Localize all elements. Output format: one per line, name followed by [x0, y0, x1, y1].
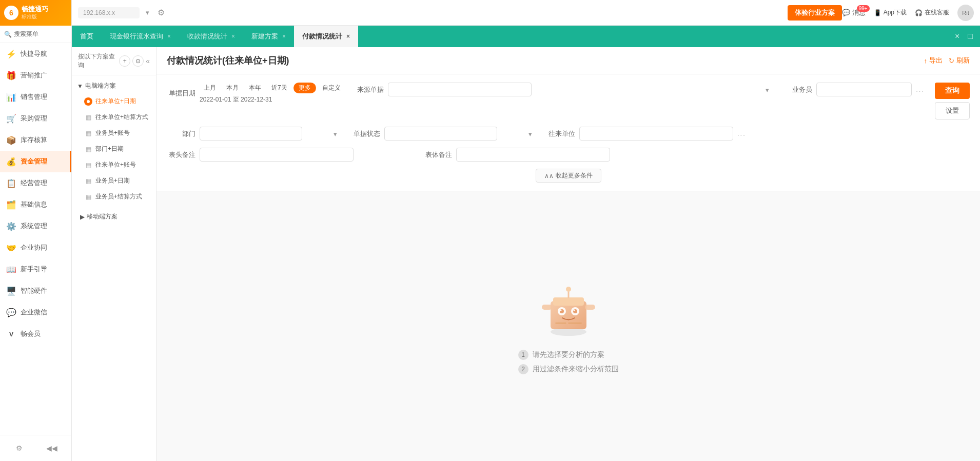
date-opt-7days[interactable]: 近7天: [267, 83, 291, 93]
address-display: 192.168.x.x: [78, 7, 140, 18]
sidebar-item-cooperation[interactable]: 🤝 企业协同: [0, 237, 71, 258]
sidebar-item-basic[interactable]: 🗂️ 基础信息: [0, 194, 71, 215]
content-area: 付款情况统计(往来单位+日期) ↑ 导出 ↻ 刷新: [156, 47, 980, 461]
scheme-settings-btn[interactable]: ⊙: [132, 55, 144, 67]
filter-row-1: 单据日期 上月 本月 本年 近7天 更多 自定义 20: [167, 83, 970, 119]
scheme-item-active-icon: [84, 97, 92, 106]
scheme-panel-collapse-btn[interactable]: «: [146, 57, 150, 65]
tab-close-new-scheme[interactable]: ×: [282, 33, 286, 40]
sidebar-item-member[interactable]: V 畅会员: [0, 323, 71, 345]
tab-receipt-stats[interactable]: 收款情况统计 ×: [179, 26, 243, 47]
sidebar-item-system[interactable]: ⚙️ 系统管理: [0, 215, 71, 237]
scheme-group-desktop-title[interactable]: ▼ 电脑端方案: [72, 78, 156, 93]
query-btn-group: 查询 设置: [935, 83, 970, 119]
header-note-input[interactable]: [200, 148, 354, 162]
sales-icon: 📊: [6, 92, 16, 102]
sidebar-footer: ⚙ ◀◀: [0, 435, 71, 461]
address-dropdown[interactable]: ▾: [144, 7, 151, 18]
sidebar-item-hardware[interactable]: 🖥️ 智能硬件: [0, 280, 71, 302]
scheme-item-staff-account[interactable]: ▦ 业务员+账号: [72, 125, 156, 141]
sidebar-item-quick-nav[interactable]: ⚡ 快捷导航: [0, 43, 71, 65]
scheme-item-partner-date[interactable]: 往来单位+日期: [72, 93, 156, 109]
service-icon: 🎧: [915, 9, 923, 16]
user-avatar[interactable]: Rit: [957, 5, 974, 21]
sidebar-item-marketing[interactable]: 🎁 营销推广: [0, 65, 71, 86]
sidebar-item-purchase[interactable]: 🛒 采购管理: [0, 108, 71, 129]
tab-payment-stats[interactable]: 付款情况统计 ×: [294, 26, 358, 47]
date-opt-more[interactable]: 更多: [293, 83, 316, 93]
filter-date-item: 单据日期 上月 本月 本年 近7天 更多 自定义 20: [167, 83, 345, 104]
scheme-item-table5-icon: ▦: [84, 193, 92, 201]
scheme-item-partner-settle[interactable]: ▦ 往来单位+结算方式: [72, 109, 156, 125]
source-select[interactable]: [388, 83, 532, 96]
body-note-input[interactable]: [456, 148, 610, 162]
tab-close-receipt-stats[interactable]: ×: [231, 33, 235, 40]
scheme-item-partner-account[interactable]: ▤ 往来单位+账号: [72, 157, 156, 173]
scheme-item-staff-settle[interactable]: ▦ 业务员+结算方式: [72, 189, 156, 205]
app-download-btn[interactable]: 📱 App下载: [874, 8, 907, 17]
scheme-group-mobile-title[interactable]: ▶ 移动端方案: [72, 210, 156, 224]
export-btn[interactable]: ↑ 导出: [924, 56, 943, 65]
tab-close-payment-stats[interactable]: ×: [346, 33, 350, 40]
sidebar-item-funds[interactable]: 💰 资金管理: [0, 151, 71, 172]
scheme-add-btn[interactable]: +: [119, 55, 130, 67]
collapse-icon: ∧∧: [544, 172, 554, 179]
tab-close-all-btn[interactable]: ×: [952, 30, 963, 43]
scheme-item-bar-icon: ▤: [84, 161, 92, 169]
purchase-icon: 🛒: [6, 113, 16, 124]
topbar-settings-icon[interactable]: ⚙: [155, 6, 167, 19]
tip-num-1: 1: [518, 350, 528, 360]
tab-bank-flow[interactable]: 现金银行流水查询 ×: [102, 26, 179, 47]
scheme-item-staff-date[interactable]: ▦ 业务员+日期: [72, 173, 156, 189]
tab-new-scheme[interactable]: 新建方案 ×: [243, 26, 294, 47]
filter-dept-item: 部门: [167, 127, 341, 141]
svg-rect-12: [585, 305, 595, 310]
dept-select[interactable]: [200, 127, 302, 141]
sidebar-item-wechat[interactable]: 💬 企业微信: [0, 302, 71, 323]
partner-input[interactable]: [579, 127, 733, 141]
staff-dots-btn[interactable]: ...: [916, 86, 925, 93]
partner-label: 往来单位: [546, 129, 575, 138]
tab-home[interactable]: 首页: [72, 26, 102, 47]
settings-button[interactable]: 设置: [935, 102, 970, 119]
staff-input[interactable]: [816, 83, 912, 96]
scheme-item-dept-date[interactable]: ▦ 部门+日期: [72, 141, 156, 157]
filter-partner-item: 往来单位 ...: [546, 127, 970, 141]
voucher-status-select[interactable]: [384, 127, 497, 141]
page-header: 付款情况统计(往来单位+日期) ↑ 导出 ↻ 刷新: [156, 47, 980, 74]
date-opt-custom[interactable]: 自定义: [318, 83, 345, 93]
date-opt-this-year[interactable]: 本年: [245, 83, 265, 93]
refresh-icon: ↻: [949, 57, 954, 65]
sidebar-item-inventory[interactable]: 📦 库存核算: [0, 129, 71, 151]
tab-maximize-btn[interactable]: □: [965, 30, 976, 43]
date-opt-this-month[interactable]: 本月: [222, 83, 243, 93]
svg-rect-11: [542, 305, 552, 310]
partner-dots-btn[interactable]: ...: [737, 130, 746, 137]
sidebar-item-sales[interactable]: 📊 销售管理: [0, 86, 71, 108]
tab-close-bank-flow[interactable]: ×: [167, 33, 171, 40]
search-menu[interactable]: 🔍 搜索菜单: [0, 26, 71, 43]
header-note-label: 表头备注: [167, 150, 195, 159]
empty-tips: 1 请先选择要分析的方案 2 用过滤条件来缩小分析范围: [518, 350, 619, 374]
query-button[interactable]: 查询: [935, 83, 970, 99]
page-content: 按以下方案查询 + ⊙ « ▼ 电脑端方案 往来单位+日期: [72, 47, 980, 461]
filter-body-note-item: 表体备注: [423, 148, 970, 162]
hardware-icon: 🖥️: [6, 286, 16, 296]
tip-num-2: 2: [518, 364, 528, 374]
trial-btn[interactable]: 体验行业方案: [788, 5, 842, 21]
sidebar-item-guide[interactable]: 📖 新手引导: [0, 258, 71, 280]
message-btn[interactable]: 💬 消息 99+: [842, 8, 866, 17]
logo-icon: 6: [4, 6, 18, 20]
refresh-btn[interactable]: ↻ 刷新: [949, 56, 970, 65]
collapse-conditions-btn[interactable]: ∧∧ 收起更多条件: [536, 169, 601, 183]
guide-icon: 📖: [6, 264, 16, 274]
sidebar-item-operations[interactable]: 📋 经营管理: [0, 172, 71, 194]
date-label: 单据日期: [167, 89, 195, 98]
wechat-icon: 💬: [6, 307, 16, 317]
online-service-btn[interactable]: 🎧 在线客服: [915, 8, 949, 17]
app-icon: 📱: [874, 9, 881, 16]
date-opt-last-month[interactable]: 上月: [200, 83, 220, 93]
footer-settings-btn[interactable]: ⚙: [5, 440, 34, 456]
footer-collapse-btn[interactable]: ◀◀: [38, 440, 67, 456]
date-range-display: 2022-01-01 至 2022-12-31: [200, 95, 345, 104]
